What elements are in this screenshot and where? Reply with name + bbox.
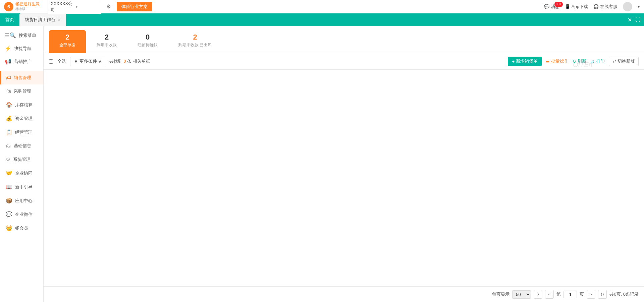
- tab-home-label: 首页: [5, 17, 14, 23]
- stat-tab-wangdian[interactable]: 0 旺辅待确认: [127, 30, 168, 53]
- service-icon: 🎧: [593, 4, 599, 9]
- sidebar-item-wechat-label: 企业微信: [15, 212, 33, 218]
- close-tab-icon[interactable]: ✕: [57, 17, 61, 22]
- app-download-button[interactable]: 📱 App下载: [565, 4, 588, 10]
- maximize-icon[interactable]: ⛶: [635, 17, 641, 23]
- switch-button[interactable]: ⇄ 切换新版: [609, 57, 639, 66]
- tab-workbench[interactable]: 钱货日清工作台 ✕: [19, 13, 66, 26]
- filter-button[interactable]: ▼ 更多条件 ∨: [70, 57, 105, 66]
- member-icon: 👑: [6, 225, 12, 231]
- tab-home[interactable]: 首页: [0, 13, 19, 26]
- sidebar-marketing-label: 营销推广: [14, 59, 32, 65]
- chevron-down-icon: ▾: [75, 4, 98, 9]
- page-label-2: 页: [580, 291, 584, 297]
- stat-count-wangdian: 0: [146, 33, 150, 42]
- select-all-checkbox[interactable]: [49, 59, 53, 64]
- stat-tab-overdue[interactable]: 2 到期未收款: [87, 30, 127, 53]
- found-text: 共找到 0 条 相关单据: [109, 58, 150, 64]
- sidebar-item-basic[interactable]: 🗂 基础信息: [0, 139, 43, 153]
- stat-label-overdue-shipped: 到期未收款 已出库: [178, 42, 212, 48]
- first-page-button[interactable]: ⟨⟨: [534, 290, 542, 299]
- found-count: 0: [124, 59, 126, 64]
- message-icon: 💬: [544, 4, 549, 9]
- filter-label: 更多条件: [79, 58, 97, 64]
- sidebar-item-wechat[interactable]: 💬 企业微信: [0, 207, 43, 221]
- toolbar-right: + 新增销货单 ☰ 批量操作 ↻ 刷新 🖨 打印 ⇄ 切换新版: [508, 57, 639, 66]
- sidebar-item-finance[interactable]: 💰 资金管理: [0, 112, 43, 125]
- stat-tab-all[interactable]: 2 全部单据: [49, 30, 86, 53]
- sidebar-search-label: 搜索菜单: [19, 33, 36, 39]
- sidebar-item-inventory-label: 库存核算: [15, 102, 33, 108]
- nav-icon: ⚡: [5, 45, 11, 52]
- prev-page-button[interactable]: ＜: [545, 290, 554, 299]
- sidebar-item-enterprise[interactable]: 🤝 企业协同: [0, 166, 43, 180]
- table-area: [44, 70, 644, 286]
- purchase-icon: 🛍: [6, 88, 11, 94]
- sidebar-item-member[interactable]: 👑 畅会员: [0, 221, 43, 235]
- page-label: 第: [556, 291, 561, 297]
- sidebar-item-inventory[interactable]: 🏠 库存核算: [0, 98, 43, 112]
- user-menu[interactable]: ▾: [638, 4, 640, 9]
- search-icon: ☰🔍: [5, 32, 16, 39]
- sidebar-item-enterprise-label: 企业协同: [15, 170, 33, 176]
- message-badge: 99+: [554, 2, 563, 7]
- stat-label-all: 全部单据: [59, 42, 75, 48]
- logo-icon: 6: [4, 2, 13, 11]
- basic-icon: 🗂: [6, 143, 11, 149]
- print-button[interactable]: 🖨 打印: [590, 58, 605, 64]
- sidebar-quick-nav-label: 快捷导航: [14, 46, 32, 52]
- batch-button[interactable]: ☰ 批量操作: [546, 58, 569, 64]
- download-icon: 📱: [565, 4, 570, 9]
- sidebar: ☰🔍 搜索菜单 ⚡ 快捷导航 📢 营销推广 🏷 销售管理 🛍 采购管理: [0, 26, 44, 302]
- app-download-label: App下载: [572, 4, 588, 10]
- online-service-button[interactable]: 🎧 在线客服: [593, 4, 618, 10]
- stat-count-all: 2: [65, 33, 69, 42]
- sidebar-top: ☰🔍 搜索菜单 ⚡ 快捷导航 📢 营销推广: [0, 26, 43, 71]
- refresh-label: 刷新: [578, 58, 586, 64]
- next-page-button[interactable]: ＞: [587, 290, 595, 299]
- stat-label-overdue: 到期未收款: [97, 42, 117, 48]
- sales-icon: 🏷: [6, 75, 11, 81]
- chevron-down-icon: ▾: [638, 4, 640, 9]
- sidebar-item-operation-label: 经营管理: [15, 129, 33, 135]
- stat-tab-overdue-shipped[interactable]: 2 到期未收款 已出库: [168, 30, 222, 53]
- last-page-button[interactable]: ⟩⟩: [598, 290, 607, 299]
- trial-button[interactable]: 体验行业方案: [117, 2, 152, 11]
- sidebar-item-operation[interactable]: 📋 经营管理: [0, 125, 43, 139]
- per-page-label: 每页显示: [492, 291, 509, 297]
- wechat-icon: 💬: [6, 211, 12, 218]
- sidebar-item-system-label: 系统管理: [13, 157, 31, 163]
- avatar[interactable]: [623, 2, 632, 11]
- page-input[interactable]: [564, 291, 577, 298]
- batch-label: 批量操作: [551, 58, 569, 64]
- sidebar-item-app-center[interactable]: 📦 应用中心: [0, 194, 43, 207]
- app-name: 畅捷通好生意: [15, 2, 40, 7]
- online-service-label: 在线客服: [600, 4, 618, 10]
- refresh-button[interactable]: ↻ 刷新: [573, 58, 586, 64]
- sidebar-item-purchase-label: 采购管理: [14, 88, 31, 94]
- sidebar-search[interactable]: ☰🔍 搜索菜单: [0, 29, 43, 42]
- found-suffix: 条 相关单据: [127, 59, 150, 64]
- sidebar-item-system[interactable]: ⚙ 系统管理: [0, 153, 43, 166]
- sidebar-quick-nav[interactable]: ⚡ 快捷导航: [0, 42, 43, 55]
- tab-workbench-label: 钱货日清工作台: [25, 17, 55, 23]
- content-area: 2 全部单据 2 到期未收款 0 旺辅待确认 2 到期未收款 已出库 全选 ▼ …: [44, 26, 644, 302]
- message-button[interactable]: 💬 消息 99+: [544, 4, 559, 10]
- sidebar-marketing[interactable]: 📢 营销推广: [0, 55, 43, 68]
- company-selector[interactable]: XXXXXX公司 ▾: [48, 0, 101, 14]
- found-prefix: 共找到: [109, 59, 122, 64]
- header-right: 💬 消息 99+ 📱 App下载 🎧 在线客服 ▾: [544, 2, 640, 11]
- sidebar-item-sales-label: 销售管理: [14, 75, 31, 81]
- main-layout: ☰🔍 搜索菜单 ⚡ 快捷导航 📢 营销推广 🏷 销售管理 🛍 采购管理: [0, 26, 644, 302]
- print-label: 打印: [596, 58, 605, 64]
- stat-count-overdue-shipped: 2: [193, 33, 197, 42]
- add-button[interactable]: + 新增销货单: [508, 57, 542, 66]
- page-size-select[interactable]: 50 100 200: [512, 290, 531, 299]
- print-icon: 🖨: [590, 59, 595, 64]
- sidebar-item-guide[interactable]: 📖 新手引导: [0, 180, 43, 194]
- sidebar-item-sales[interactable]: 🏷 销售管理: [0, 71, 43, 84]
- close-window-icon[interactable]: ✕: [628, 17, 632, 23]
- sidebar-item-purchase[interactable]: 🛍 采购管理: [0, 84, 43, 98]
- app-center-icon: 📦: [6, 197, 12, 204]
- settings-button[interactable]: ⚙: [104, 2, 113, 11]
